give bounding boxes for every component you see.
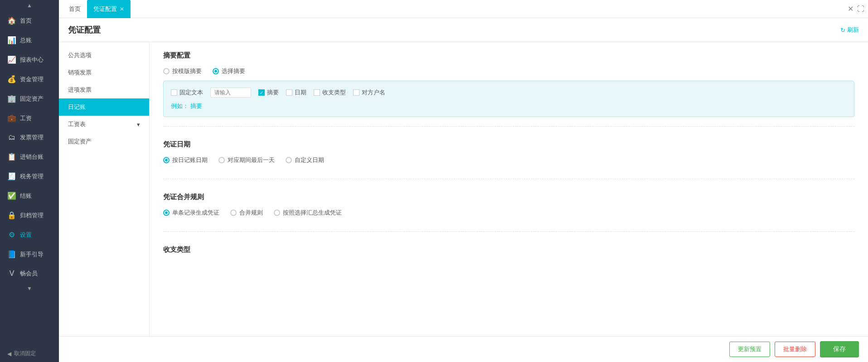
sidebar-item-settings[interactable]: ⚙ 设置 [0, 225, 59, 245]
summary-radio-group: 按模版摘要 选择摘要 [163, 67, 854, 75]
date-radio-custom[interactable]: 自定义日期 [286, 156, 324, 164]
fixed-text-input[interactable] [210, 88, 251, 98]
merge-radio-aggregate-label: 按照选择汇总生成凭证 [283, 209, 342, 217]
nav-public-label: 公共选项 [68, 51, 92, 59]
checkbox-counterpart-box [353, 89, 359, 96]
date-radio-last-day-label: 对应期间最后一天 [228, 156, 275, 164]
date-radio-journal-label: 按日记账日期 [172, 156, 208, 164]
nav-purchase-invoice[interactable]: 进项发票 [59, 81, 149, 98]
summary-radio-select-circle [213, 68, 219, 74]
sidebar-item-ledger[interactable]: 📊 总账 [0, 30, 59, 50]
checkbox-fixed-text-label: 固定文本 [179, 88, 203, 97]
checkbox-income-type-label: 收支类型 [322, 88, 346, 97]
date-radio-last-day[interactable]: 对应期间最后一天 [218, 156, 275, 164]
merge-radio-aggregate[interactable]: 按照选择汇总生成凭证 [274, 209, 342, 217]
funds-icon: 💰 [7, 75, 16, 83]
tax-icon: 🧾 [7, 172, 16, 181]
unpin-icon: ◀ [7, 351, 11, 357]
checkout-icon: ✅ [7, 191, 16, 200]
sidebar-label-home: 首页 [20, 17, 32, 25]
sidebar-item-assets[interactable]: 🏢 固定资产 [0, 89, 59, 108]
sidebar-item-vip[interactable]: V 畅会员 [0, 264, 59, 283]
summary-radio-template-circle [163, 68, 170, 74]
summary-radio-template-label: 按模版摘要 [172, 67, 202, 75]
sidebar-label-guide: 新手引导 [20, 250, 44, 259]
example-value: 摘要 [190, 103, 202, 109]
checkbox-counterpart-label: 对方户名 [362, 88, 385, 97]
nav-journal-label: 日记账 [68, 103, 86, 111]
sidebar-item-guide[interactable]: 📘 新手引导 [0, 245, 59, 264]
refresh-button[interactable]: ↻ 刷新 [840, 26, 859, 34]
date-radio-group: 按日记账日期 对应期间最后一天 自定义日期 [163, 156, 854, 164]
nav-sales-invoice[interactable]: 销项发票 [59, 64, 149, 81]
nav-payroll-label: 工资表 [68, 120, 86, 128]
checkbox-summary[interactable]: ✓ 摘要 [258, 88, 279, 97]
update-preview-button[interactable]: 更新预置 [729, 342, 770, 357]
sidebar-label-invoice: 发票管理 [20, 133, 44, 142]
vip-icon: V [7, 269, 16, 278]
merge-radio-single-label: 单条记录生成凭证 [172, 209, 219, 217]
sidebar-item-invoice[interactable]: 🗂 发票管理 [0, 128, 59, 147]
nav-fixed-assets[interactable]: 固定资产 [59, 133, 149, 150]
nav-sales-invoice-label: 销项发票 [68, 68, 92, 77]
sidebar-label-sales-ledger: 进销台账 [20, 153, 44, 161]
checkbox-date[interactable]: 日期 [286, 88, 306, 97]
sidebar-scroll-up[interactable]: ▲ [0, 0, 59, 11]
checkbox-fixed-text[interactable]: 固定文本 [171, 88, 203, 97]
maximize-button[interactable]: ⛶ [857, 5, 864, 13]
tab-bar: 首页 凭证配置 ✕ ✕ ⛶ [59, 0, 868, 18]
nav-payroll[interactable]: 工资表 ▾ [59, 116, 149, 133]
window-controls: ✕ ⛶ [848, 5, 864, 13]
example-text: 例如： 摘要 [171, 102, 847, 110]
checkbox-summary-box: ✓ [258, 89, 265, 96]
tab-voucher-close[interactable]: ✕ [120, 6, 124, 12]
archive-icon: 🔒 [7, 211, 16, 220]
page-header: 凭证配置 ↻ 刷新 [59, 18, 868, 42]
merge-title: 凭证合并规则 [163, 193, 854, 201]
date-title: 凭证日期 [163, 140, 854, 149]
ledger-icon: 📊 [7, 36, 16, 44]
summary-config-box: 固定文本 ✓ 摘要 日期 收支类型 [163, 81, 854, 117]
batch-delete-button[interactable]: 批量删除 [775, 342, 815, 357]
sidebar-item-home[interactable]: 🏠 首页 [0, 11, 59, 30]
date-radio-journal-circle [163, 157, 170, 163]
minimize-button[interactable]: ✕ [848, 5, 853, 13]
checkbox-counterpart[interactable]: 对方户名 [353, 88, 385, 97]
merge-radio-group: 单条记录生成凭证 合并规则 按照选择汇总生成凭证 [163, 209, 854, 217]
tab-home[interactable]: 首页 [63, 0, 87, 18]
checkbox-income-type[interactable]: 收支类型 [314, 88, 346, 97]
merge-radio-single[interactable]: 单条记录生成凭证 [163, 209, 219, 217]
merge-radio-aggregate-circle [274, 210, 280, 216]
assets-icon: 🏢 [7, 94, 16, 103]
content-wrapper: 公共选项 销项发票 进项发票 日记账 工资表 ▾ 固定资产 摘要配置 [59, 42, 868, 336]
sidebar-scroll-down[interactable]: ▼ [0, 283, 59, 294]
example-label: 例如： [171, 103, 189, 109]
merge-radio-rules[interactable]: 合并规则 [230, 209, 263, 217]
sidebar-item-tax[interactable]: 🧾 税务管理 [0, 166, 59, 186]
checkbox-summary-label: 摘要 [267, 88, 279, 97]
main-area: 首页 凭证配置 ✕ ✕ ⛶ 凭证配置 ↻ 刷新 公共选项 销项发票 进 [59, 0, 868, 362]
merge-radio-rules-label: 合并规则 [239, 209, 263, 217]
sales-ledger-icon: 📋 [7, 152, 16, 161]
left-nav: 公共选项 销项发票 进项发票 日记账 工资表 ▾ 固定资产 [59, 42, 150, 336]
summary-radio-template[interactable]: 按模版摘要 [163, 67, 202, 75]
date-section: 凭证日期 按日记账日期 对应期间最后一天 自定义日期 [163, 140, 854, 179]
sidebar-unpin-button[interactable]: ◀ 取消固定 [0, 345, 59, 362]
sidebar-item-checkout[interactable]: ✅ 结账 [0, 186, 59, 205]
sidebar-item-sales-ledger[interactable]: 📋 进销台账 [0, 147, 59, 166]
income-type-section: 收支类型 [163, 245, 854, 270]
summary-radio-select[interactable]: 选择摘要 [213, 67, 245, 75]
nav-journal[interactable]: 日记账 [59, 98, 149, 116]
nav-purchase-invoice-label: 进项发票 [68, 86, 92, 94]
save-button[interactable]: 保存 [820, 341, 859, 357]
date-radio-journal[interactable]: 按日记账日期 [163, 156, 208, 164]
sidebar-item-funds[interactable]: 💰 资金管理 [0, 69, 59, 89]
sidebar-item-salary[interactable]: 💼 工资 [0, 108, 59, 128]
merge-section: 凭证合并规则 单条记录生成凭证 合并规则 按照选择汇总生成凭证 [163, 193, 854, 232]
sidebar-item-archive[interactable]: 🔒 归档管理 [0, 205, 59, 225]
nav-public[interactable]: 公共选项 [59, 47, 149, 64]
summary-radio-select-label: 选择摘要 [222, 67, 245, 75]
sidebar-item-reports[interactable]: 📈 报表中心 [0, 50, 59, 69]
tab-voucher[interactable]: 凭证配置 ✕ [87, 0, 131, 18]
refresh-icon: ↻ [840, 27, 845, 34]
